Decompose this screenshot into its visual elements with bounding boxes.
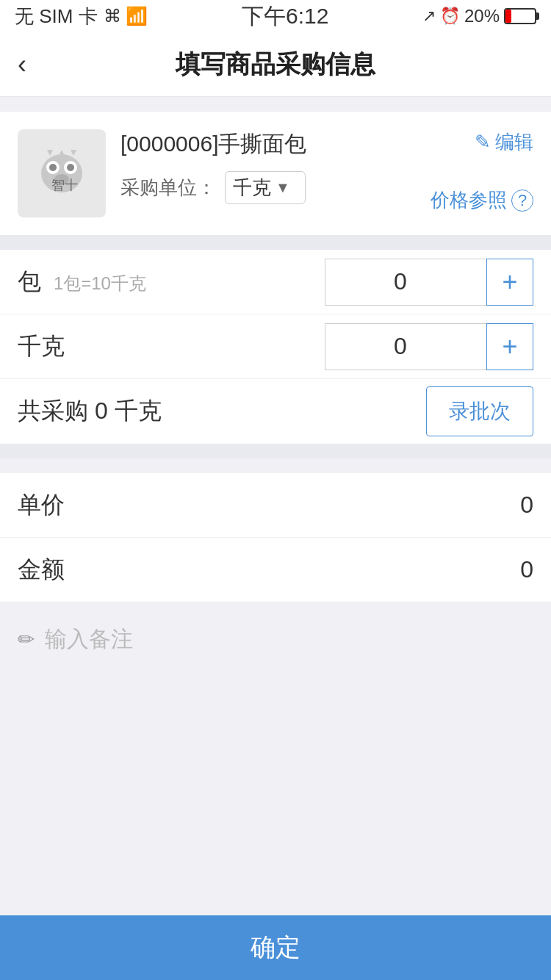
- back-button[interactable]: ‹: [18, 49, 26, 80]
- kilogram-number-input[interactable]: [325, 323, 486, 370]
- remark-section[interactable]: ✏ 输入备注: [0, 602, 551, 676]
- no-sim-text: 无 SIM 卡: [15, 4, 98, 29]
- svg-text:智十: 智十: [51, 178, 78, 192]
- svg-marker-7: [47, 150, 53, 156]
- svg-marker-8: [71, 150, 76, 156]
- kilogram-label: 千克: [18, 331, 325, 363]
- page-title: 填写商品采购信息: [176, 48, 375, 82]
- status-bar: 无 SIM 卡 ⌘︎ 📶 下午6:12 ↗ ⏰ 20%: [0, 0, 551, 32]
- bao-input-row: 包 1包=10千克 +: [0, 250, 551, 314]
- section-divider-2: [0, 444, 551, 458]
- amount-row: 金额 0: [0, 538, 551, 602]
- svg-point-3: [49, 164, 57, 171]
- remark-placeholder: 输入备注: [45, 624, 133, 655]
- amount-label: 金额: [18, 554, 65, 586]
- unit-price-row: 单价 0: [0, 473, 551, 538]
- product-logo: 智十: [32, 145, 91, 201]
- alarm-icon: ⏰: [440, 7, 460, 26]
- battery-percent: 20%: [464, 6, 500, 26]
- summary-text: 共采购 0 千克: [18, 395, 162, 428]
- status-left: 无 SIM 卡 ⌘︎ 📶: [15, 4, 148, 29]
- amount-value: 0: [520, 556, 533, 583]
- help-icon: ?: [511, 190, 533, 212]
- status-time: 下午6:12: [242, 1, 328, 32]
- product-image: 智十: [18, 129, 106, 217]
- svg-point-4: [67, 164, 74, 171]
- unit-price-label: 单价: [18, 489, 65, 522]
- unit-price-value: 0: [520, 491, 533, 519]
- kilogram-input-control: +: [325, 323, 533, 370]
- unit-select[interactable]: 千克 ▼: [225, 171, 306, 204]
- bao-number-input[interactable]: [325, 259, 486, 306]
- edit-label: 编辑: [495, 129, 533, 155]
- svg-marker-6: [59, 150, 65, 156]
- bao-label: 包 1包=10千克: [18, 266, 325, 298]
- summary-row: 共采购 0 千克 录批次: [0, 379, 551, 444]
- product-name: [0000006]手撕面包: [120, 129, 533, 159]
- batch-button[interactable]: 录批次: [426, 386, 533, 436]
- kilogram-plus-button[interactable]: +: [486, 323, 533, 370]
- wifi-icon: ⌘︎ 📶: [104, 6, 148, 26]
- confirm-button[interactable]: 确定: [0, 915, 551, 980]
- unit-value: 千克: [233, 175, 271, 201]
- product-card: 智十 [0000006]手撕面包 采购单位： 千克 ▼ ✎ 编辑 价格参照 ?: [0, 112, 551, 235]
- bao-plus-button[interactable]: +: [486, 259, 533, 306]
- section-divider-1: [0, 235, 551, 250]
- bao-sublabel: 1包=10千克: [54, 273, 146, 293]
- kilogram-input-row: 千克 +: [0, 314, 551, 379]
- price-reference-button[interactable]: 价格参照 ?: [431, 187, 533, 213]
- input-section: 包 1包=10千克 + 千克 +: [0, 250, 551, 379]
- dropdown-arrow-icon: ▼: [276, 179, 290, 196]
- edit-icon: ✎: [475, 131, 491, 154]
- edit-button[interactable]: ✎ 编辑: [475, 129, 533, 155]
- location-icon: ↗: [422, 7, 436, 26]
- price-ref-label: 价格参照: [431, 187, 507, 213]
- bao-input-control: +: [325, 259, 533, 306]
- battery-indicator: [504, 8, 536, 24]
- unit-label: 采购单位：: [120, 175, 216, 201]
- confirm-button-label: 确定: [251, 931, 300, 965]
- pencil-icon: ✏: [18, 627, 35, 652]
- status-right: ↗ ⏰ 20%: [422, 6, 536, 26]
- nav-bar: ‹ 填写商品采购信息: [0, 32, 551, 97]
- bottom-spacer: [0, 676, 551, 882]
- price-section: 单价 0 金额 0: [0, 473, 551, 602]
